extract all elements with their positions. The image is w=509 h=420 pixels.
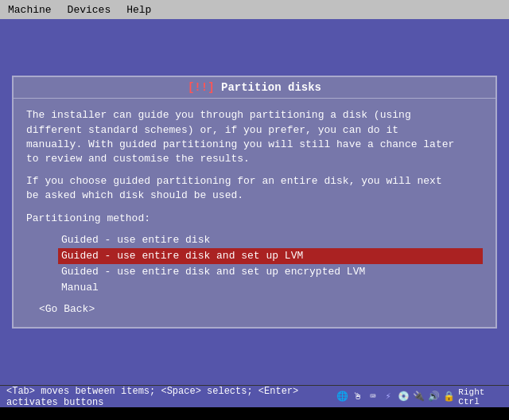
- dialog-title: [!!] Partition disks: [188, 81, 321, 94]
- keyboard-icon: ⌨: [367, 390, 379, 404]
- dialog-title-prefix: [!!]: [188, 81, 215, 94]
- option-manual[interactable]: Manual: [58, 280, 483, 296]
- go-back-button[interactable]: <Go Back>: [39, 302, 483, 317]
- menu-help[interactable]: Help: [122, 2, 156, 18]
- option-guided-entire-disk[interactable]: Guided - use entire disk: [58, 232, 483, 248]
- menubar: Machine Devices Help: [0, 0, 509, 19]
- dialog-title-label: Partition disks: [221, 81, 321, 94]
- dialog-title-bar: [!!] Partition disks: [14, 77, 495, 99]
- sound-icon: 🔊: [428, 390, 440, 404]
- options-list: Guided - use entire disk Guided - use en…: [58, 232, 483, 297]
- right-ctrl-label: Right Ctrl: [458, 387, 503, 406]
- section-label: Partitioning method:: [26, 212, 483, 226]
- description-paragraph1: The installer can guide you through part…: [26, 108, 483, 166]
- network-icon: 🔌: [413, 390, 425, 404]
- lock-icon: 🔒: [443, 390, 455, 404]
- main-screen: [!!] Partition disks The installer can g…: [0, 19, 509, 385]
- globe-icon: 🌐: [336, 390, 348, 404]
- status-icons: 🌐 🖱 ⌨ ⚡ 💿 🔌 🔊 🔒 Right Ctrl: [336, 387, 503, 406]
- status-text: <Tab> moves between items; <Space> selec…: [6, 386, 336, 408]
- cd-icon: 💿: [398, 390, 410, 404]
- option-guided-lvm[interactable]: Guided - use entire disk and set up LVM: [58, 248, 483, 264]
- menu-machine[interactable]: Machine: [3, 2, 56, 18]
- menu-devices[interactable]: Devices: [63, 2, 116, 18]
- statusbar: <Tab> moves between items; <Space> selec…: [0, 385, 509, 407]
- usb-icon: ⚡: [383, 390, 394, 404]
- description-paragraph2: If you choose guided partitioning for an…: [26, 174, 483, 203]
- option-guided-encrypted-lvm[interactable]: Guided - use entire disk and set up encr…: [58, 264, 483, 280]
- dialog-body: The installer can guide you through part…: [14, 99, 495, 326]
- mouse-icon: 🖱: [352, 390, 363, 404]
- partition-dialog: [!!] Partition disks The installer can g…: [12, 76, 497, 328]
